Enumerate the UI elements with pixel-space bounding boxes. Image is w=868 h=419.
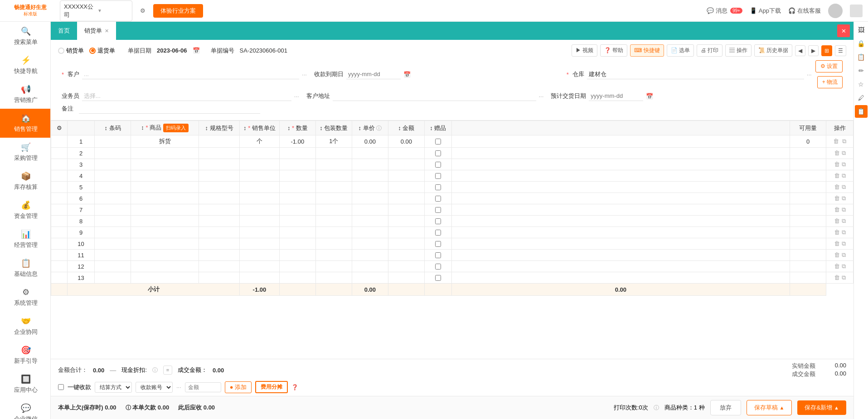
list-view-button[interactable]: ☰ (835, 45, 846, 56)
sidebar-item-basic[interactable]: 📋 基础信息 (0, 254, 50, 283)
sidebar-item-purchase[interactable]: 🛒 采购管理 (0, 138, 50, 167)
delete-icon[interactable]: 🗑 (834, 263, 840, 270)
grid-view-button[interactable]: ⊞ (821, 45, 832, 56)
copy-row-icon[interactable]: ⧉ (842, 251, 846, 258)
sidebar-item-wechat[interactable]: 💬 企业微信 (0, 399, 50, 419)
customer-addr-input[interactable] (333, 91, 536, 101)
memo-input[interactable] (79, 104, 260, 114)
account-more-icon[interactable]: ··· (176, 384, 181, 390)
price-info-icon[interactable]: ⓘ (376, 125, 382, 131)
copy-row-icon[interactable]: ⧉ (842, 263, 846, 270)
delete-icon[interactable]: 🗑 (834, 274, 840, 281)
delete-icon[interactable]: 🗑 (834, 172, 840, 179)
form-settings-button[interactable]: ⚙ 设置 (815, 60, 843, 72)
sidebar-item-appstore[interactable]: 🔲 应用中心 (0, 370, 50, 399)
fee-info-icon[interactable]: ❓ (291, 384, 298, 390)
float-pen-button[interactable]: 🖊 (855, 92, 868, 104)
radio-sales-order[interactable]: 销货单 (58, 47, 84, 55)
sidebar-item-guide[interactable]: 🎯 新手引导 (0, 341, 50, 370)
delete-icon[interactable]: 🗑 (834, 195, 840, 202)
add-button[interactable]: ● 添加 (225, 381, 252, 393)
user-menu[interactable] (850, 5, 863, 17)
copy-row-icon[interactable]: ⧉ (842, 172, 846, 179)
amount-input[interactable] (185, 382, 221, 392)
scan-button[interactable]: 扫码录入 (163, 124, 189, 132)
delete-icon[interactable]: 🗑 (834, 149, 840, 156)
warehouse-input[interactable] (587, 69, 804, 79)
copy-row-icon[interactable]: ⧉ (842, 161, 846, 168)
discount-info-icon[interactable]: ⓘ (152, 366, 158, 374)
prev-record-button[interactable]: ◀ (795, 45, 805, 56)
salesman-more-icon[interactable]: ··· (294, 93, 299, 100)
save-draft-button[interactable]: 保存草稿 ▲ (747, 400, 792, 415)
tab-home[interactable]: 首页 (51, 22, 77, 40)
row-barcode[interactable] (95, 135, 131, 148)
copy-row-icon[interactable]: ⧉ (842, 149, 846, 156)
company-selector[interactable]: XXXXXX公司 ▼ (60, 0, 132, 21)
operate-button[interactable]: ▤ 操作 (725, 44, 751, 57)
copy-row-icon[interactable]: ⧉ (842, 240, 846, 247)
avatar[interactable] (828, 4, 843, 18)
copy-row-icon[interactable]: ⧉ (842, 229, 846, 236)
copy-row-icon[interactable]: ⧉ (842, 183, 846, 190)
debt-info-icon[interactable]: ⓘ (126, 405, 131, 411)
float-accent-button[interactable]: 📋 (855, 105, 868, 118)
due-date-input[interactable] (346, 69, 401, 79)
account-select[interactable]: 收款账号 (136, 382, 173, 393)
product-type-icon[interactable]: ⓘ (654, 404, 659, 412)
one-click-pay-checkbox[interactable] (58, 384, 64, 390)
print-button[interactable]: 🖨 打印 (697, 44, 723, 57)
copy-row-icon[interactable]: ⧉ (842, 274, 846, 281)
sidebar-item-quick-nav[interactable]: ⚡ 快捷导航 (0, 51, 50, 80)
select-button[interactable]: 📄 选单 (667, 44, 694, 57)
addr-more-icon[interactable]: ··· (539, 93, 544, 100)
delete-icon[interactable]: 🗑 (834, 183, 840, 190)
row-pack-qty[interactable]: 1个 (315, 135, 352, 148)
fee-split-button[interactable]: 费用分摊 (255, 381, 288, 393)
row-spec[interactable] (199, 135, 240, 148)
float-star-button[interactable]: ☆ (855, 78, 868, 91)
tab-sales-order[interactable]: 销货单 ✕ (77, 22, 116, 40)
video-button[interactable]: ▶ 视频 (572, 44, 597, 57)
next-record-button[interactable]: ▶ (808, 45, 819, 56)
try-industry-button[interactable]: 体验行业方案 (153, 4, 203, 18)
close-button[interactable]: ✕ (837, 24, 850, 37)
expected-date-input[interactable] (589, 91, 643, 101)
delete-icon[interactable]: 🗑 (834, 206, 840, 213)
sidebar-item-operation[interactable]: 📊 经营管理 (0, 225, 50, 254)
delete-icon[interactable]: 🗑 (834, 251, 840, 258)
warehouse-more-icon[interactable]: ··· (807, 71, 812, 78)
logistics-button[interactable]: + 物流 (817, 76, 843, 88)
customer-more-icon[interactable]: ··· (302, 71, 307, 78)
tab-close-icon[interactable]: ✕ (105, 28, 109, 34)
row-product[interactable]: 拆货 (131, 135, 199, 148)
calendar-due-icon[interactable]: 📅 (403, 71, 411, 78)
delete-icon[interactable]: 🗑 (834, 217, 840, 224)
row-price[interactable]: 0.00 (352, 135, 388, 148)
copy-row-icon[interactable]: ⧉ (842, 195, 846, 202)
copy-row-icon[interactable]: ⧉ (842, 206, 846, 213)
delete-icon[interactable]: 🗑 (833, 138, 839, 144)
copy-row-icon[interactable]: ⧉ (842, 138, 846, 144)
sidebar-item-finance[interactable]: 💰 资金管理 (0, 196, 50, 225)
shortcut-button[interactable]: ⌨ 快捷键 (630, 44, 664, 57)
delete-icon[interactable]: 🗑 (834, 229, 840, 236)
float-lock-button[interactable]: 🔒 (855, 37, 868, 50)
settings-icon[interactable]: ⚙ (136, 4, 150, 18)
delete-icon[interactable]: 🗑 (834, 161, 840, 168)
sidebar-item-sales[interactable]: 🏠 销售管理 (0, 109, 50, 138)
salesman-input[interactable] (82, 91, 291, 101)
save-new-button[interactable]: 保存&新增 ▲ (797, 400, 846, 415)
calendar-icon[interactable]: 📅 (193, 47, 200, 54)
float-edit-button[interactable]: ✏ (855, 64, 868, 77)
sidebar-item-inventory[interactable]: 📦 库存核算 (0, 167, 50, 196)
delete-icon[interactable]: 🗑 (834, 240, 840, 247)
float-copy-button[interactable]: 📋 (855, 51, 868, 63)
online-support-button[interactable]: 🎧 在线客服 (788, 7, 821, 15)
row-amount[interactable]: 0.00 (388, 135, 424, 148)
copy-row-icon[interactable]: ⧉ (842, 217, 846, 224)
sidebar-item-system[interactable]: ⚙ 系统管理 (0, 283, 50, 312)
row-unit[interactable]: 个 (240, 135, 280, 148)
radio-return-order[interactable]: 退货单 (89, 47, 115, 55)
sidebar-item-enterprise[interactable]: 🤝 企业协同 (0, 312, 50, 341)
